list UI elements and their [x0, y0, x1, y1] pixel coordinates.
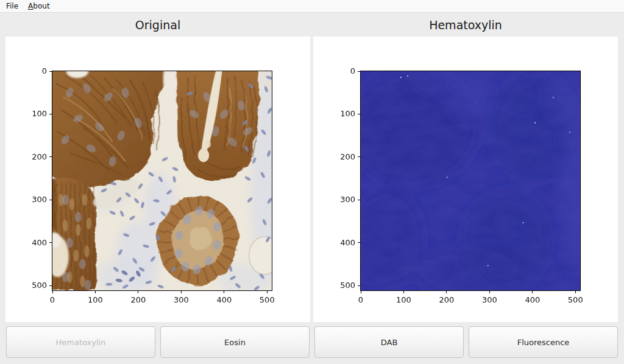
y-tick-label: 300 — [32, 195, 47, 204]
y-tick-mark — [49, 285, 52, 286]
y-tick-label: 200 — [32, 152, 47, 161]
original-image: 01002003004005000100200300400500 — [52, 71, 272, 291]
x-tick-label: 200 — [439, 295, 454, 304]
x-tick-label: 300 — [482, 295, 497, 304]
x-tick-label: 500 — [260, 295, 275, 304]
y-tick-label: 300 — [340, 195, 355, 204]
y-tick-label: 0 — [42, 66, 47, 75]
plot-title-hematoxylin: Hematoxylin — [313, 17, 618, 33]
x-tick-label: 300 — [174, 295, 189, 304]
menu-item-about[interactable]: About — [23, 1, 55, 12]
y-tick-label: 0 — [350, 66, 355, 75]
stain-button-row: Hematoxylin Eosin DAB Fluorescence — [6, 326, 618, 358]
x-tick-label: 400 — [216, 295, 232, 304]
y-tick-label: 100 — [340, 109, 355, 118]
y-tick-label: 500 — [340, 281, 355, 290]
x-tick-label: 100 — [396, 295, 411, 304]
y-tick-mark — [49, 242, 52, 243]
y-tick-label: 100 — [32, 109, 47, 118]
x-tick-mark — [446, 291, 447, 293]
x-tick-mark — [181, 291, 182, 293]
x-tick-label: 0 — [358, 295, 363, 304]
x-tick-label: 500 — [568, 295, 583, 304]
x-tick-label: 100 — [88, 295, 103, 304]
y-tick-mark — [358, 285, 360, 286]
x-tick-mark — [403, 291, 404, 293]
x-tick-mark — [575, 291, 576, 293]
eosin-button[interactable]: Eosin — [160, 326, 310, 358]
y-tick-mark — [358, 200, 360, 200]
hematoxylin-channel-art — [361, 71, 580, 290]
x-tick-label: 400 — [525, 295, 540, 304]
y-tick-mark — [358, 114, 360, 114]
x-tick-mark — [52, 291, 53, 293]
y-tick-mark — [358, 242, 360, 243]
hematoxylin-image: 01002003004005000100200300400500 — [360, 71, 581, 291]
x-tick-mark — [224, 291, 224, 293]
plot-title-original: Original — [5, 17, 310, 33]
x-tick-mark — [95, 291, 96, 293]
x-tick-label: 0 — [50, 295, 55, 304]
fluorescence-button[interactable]: Fluorescence — [469, 326, 618, 358]
y-tick-label: 200 — [340, 152, 355, 161]
y-tick-mark — [49, 71, 52, 72]
x-tick-mark — [138, 291, 138, 293]
y-tick-mark — [49, 114, 52, 114]
dab-button[interactable]: DAB — [314, 326, 464, 358]
y-tick-label: 400 — [340, 238, 355, 247]
y-tick-mark — [49, 200, 52, 200]
original-histology-art — [52, 71, 272, 290]
y-tick-mark — [49, 156, 52, 157]
y-tick-mark — [358, 156, 360, 157]
menu-bar: File About — [0, 0, 624, 13]
menu-item-file[interactable]: File — [1, 1, 23, 12]
x-tick-mark — [361, 291, 361, 293]
x-tick-mark — [489, 291, 490, 293]
y-tick-label: 400 — [32, 238, 47, 247]
x-tick-label: 200 — [130, 295, 146, 304]
x-tick-mark — [532, 291, 533, 293]
y-tick-label: 500 — [32, 281, 47, 290]
hematoxylin-button: Hematoxylin — [6, 326, 155, 358]
x-tick-mark — [267, 291, 268, 293]
y-tick-mark — [358, 71, 360, 72]
